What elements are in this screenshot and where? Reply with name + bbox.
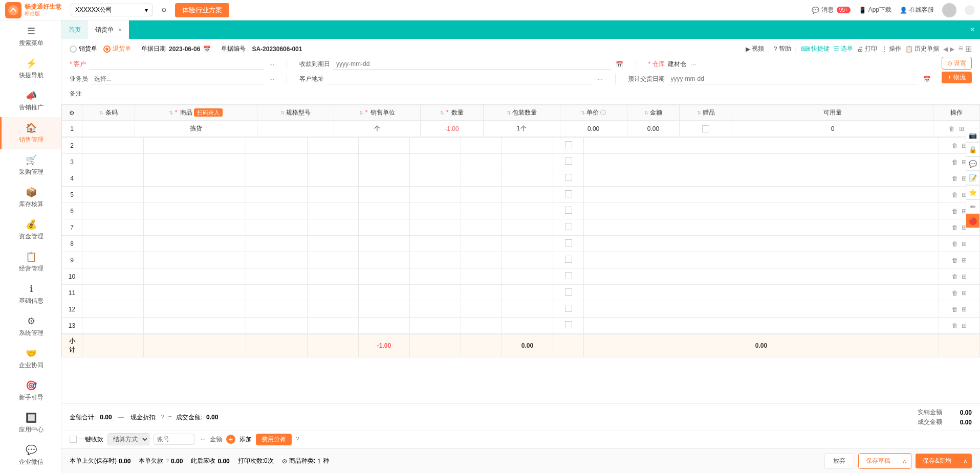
cell-price-6[interactable] [461,203,502,219]
one-key-cb-box[interactable] [70,436,77,443]
sidebar-item-basic[interactable]: ℹ 基础信息 [0,278,61,310]
cell-gift-7[interactable] [553,219,584,236]
save-new-button[interactable]: 保存&新增 [916,454,959,468]
gift-checkbox-12[interactable] [565,305,572,312]
action-help[interactable]: ? 帮助 [774,44,791,53]
cell-qty-7[interactable] [359,219,410,236]
salesperson-ellipsis[interactable]: ··· [269,76,274,83]
customer-ellipsis[interactable]: ··· [269,61,274,68]
cell-goods-3[interactable] [144,154,246,170]
cell-barcode-6[interactable] [82,203,144,219]
payment-cal-icon[interactable]: 📅 [616,61,623,68]
cell-price-3[interactable] [461,154,502,170]
cell-pkg-9[interactable] [410,252,461,268]
gift-checkbox-3[interactable] [565,157,572,165]
cell-gift-2[interactable] [553,138,584,154]
cell-amount-3[interactable] [502,154,553,170]
settings-button[interactable]: ⊙ 设置 [942,57,972,70]
cell-qty-6[interactable] [359,203,410,219]
cell-price-4[interactable] [461,170,502,187]
cell-qty-11[interactable] [359,285,410,301]
payment-method-select[interactable]: 结算方式 [107,433,149,445]
account-input[interactable] [154,434,194,445]
cell-unit-1[interactable]: 个 [334,121,421,137]
cell-unit-3[interactable] [308,154,359,170]
gift-checkbox-9[interactable] [565,256,572,263]
gift-checkbox-2[interactable] [565,141,572,148]
cell-amount-10[interactable] [502,268,553,285]
calendar-icon[interactable]: 📅 [203,46,211,53]
cell-pkg-8[interactable] [410,236,461,252]
cell-barcode-9[interactable] [82,252,144,268]
price-info-icon[interactable]: ⓘ [600,109,606,116]
gift-checkbox-11[interactable] [565,288,572,296]
cell-unit-7[interactable] [308,219,359,236]
nav-next-button[interactable]: ▶ [950,46,954,53]
tab-home[interactable]: 首页 [61,20,88,39]
cell-goods-7[interactable] [144,219,246,236]
cell-pkg-10[interactable] [410,268,461,285]
cell-goods-11[interactable] [144,285,246,301]
app-download-button[interactable]: 📱 App下载 [859,6,891,14]
cell-spec-8[interactable] [246,236,308,252]
cell-price-9[interactable] [461,252,502,268]
deficit-question-icon[interactable]: ? [165,458,169,465]
cell-gift-6[interactable] [553,203,584,219]
cell-price-13[interactable] [461,318,502,334]
gift-checkbox-13[interactable] [565,321,572,328]
side-tool-chat[interactable]: 💬 [966,156,980,171]
message-button[interactable]: 💬 消息 99+ [812,6,851,14]
cell-amount-13[interactable] [502,318,553,334]
cell-qty-10[interactable] [359,268,410,285]
side-tool-edit[interactable]: ✏ [966,199,980,214]
gift-checkbox-4[interactable] [565,174,572,181]
cell-gift-1[interactable] [680,121,732,137]
cell-goods-10[interactable] [144,268,246,285]
cell-amount-4[interactable] [502,170,553,187]
copy-icon-8[interactable]: ⊞ [962,240,967,247]
settings-icon[interactable]: ⚙ [157,3,171,17]
cell-qty-12[interactable] [359,301,410,318]
action-history[interactable]: 📋 历史单据 [905,44,939,53]
tab-sales-order[interactable]: 销货单 ✕ [88,20,129,39]
delete-icon-5[interactable]: 🗑 [952,191,958,198]
nav-prev-button[interactable]: ◀ [943,46,948,53]
cell-spec-4[interactable] [246,170,308,187]
sidebar-item-search[interactable]: ☰ 搜索菜单 [0,20,61,53]
view-grid-button[interactable]: ⊞ [965,44,972,54]
fee-question-icon[interactable]: ? [296,436,299,443]
cell-pkg-12[interactable] [410,301,461,318]
tab-close-icon[interactable]: ✕ [118,27,122,33]
gift-checkbox-6[interactable] [565,207,572,214]
cell-qty-2[interactable] [359,138,410,154]
cell-price-2[interactable] [461,138,502,154]
side-tool-note[interactable]: 📝 [966,171,980,185]
delete-icon-7[interactable]: 🗑 [952,224,958,231]
cell-unit-4[interactable] [308,170,359,187]
sidebar-item-inventory[interactable]: 📦 库存核算 [0,182,61,214]
cell-spec-9[interactable] [246,252,308,268]
fee-split-button[interactable]: 费用分摊 [256,434,292,445]
cell-price-11[interactable] [461,285,502,301]
cell-price-8[interactable] [461,236,502,252]
cell-goods-13[interactable] [144,318,246,334]
sidebar-item-finance[interactable]: 💰 资金管理 [0,214,61,246]
cell-gift-10[interactable] [553,268,584,285]
discard-button[interactable]: 放弃 [824,453,854,469]
cell-spec-3[interactable] [246,154,308,170]
cell-pkg-3[interactable] [410,154,461,170]
sidebar-item-guide[interactable]: 🎯 新手引导 [0,375,61,407]
cell-amount-12[interactable] [502,301,553,318]
delete-icon-12[interactable]: 🗑 [952,306,958,313]
radio-return[interactable]: 退货单 [103,44,131,53]
cell-price-12[interactable] [461,301,502,318]
delete-icon-3[interactable]: 🗑 [952,159,958,166]
action-shortcut[interactable]: ⌨ 快捷键 [801,44,830,53]
delete-icon-13[interactable]: 🗑 [952,322,958,329]
cell-qty-5[interactable] [359,187,410,203]
cell-amount-6[interactable] [502,203,553,219]
cell-spec-10[interactable] [246,268,308,285]
cell-pkg-4[interactable] [410,170,461,187]
one-key-checkbox[interactable]: 一键收款 [70,435,103,444]
warehouse-ellipsis[interactable]: ··· [691,61,696,68]
